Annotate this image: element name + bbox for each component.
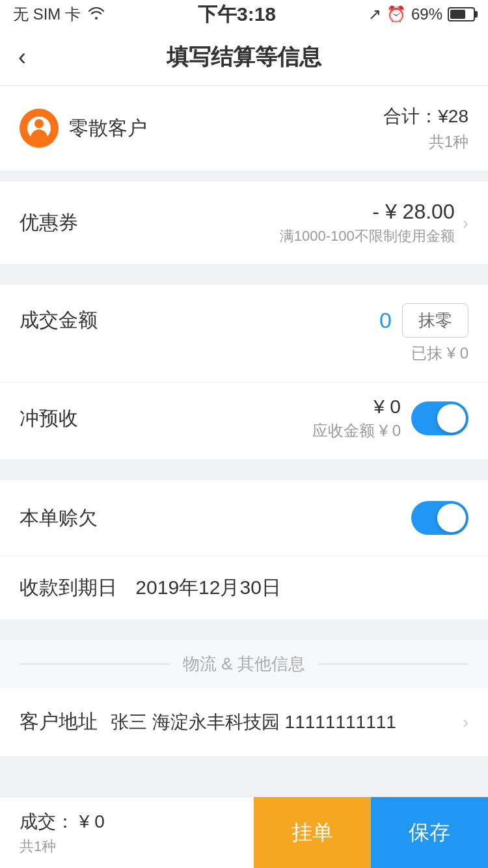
address-row[interactable]: 客户地址 张三 海淀永丰科技园 11111111111 ›	[0, 687, 488, 756]
debt-toggle-knob	[437, 504, 466, 532]
address-label: 客户地址	[20, 709, 98, 735]
save-button[interactable]: 保存	[371, 797, 488, 869]
address-chevron-icon: ›	[463, 712, 468, 733]
bottom-deal: 成交： ¥ 0	[20, 809, 234, 834]
bottom-count: 共1种	[20, 837, 234, 856]
status-bar: 无 SIM 卡 下午3:18 ↗ ⏰ 69%	[0, 0, 488, 29]
nav-bar: ‹ 填写结算等信息	[0, 29, 488, 86]
address-value: 张三 海淀永丰科技园 11111111111	[111, 710, 463, 735]
amount-row: 成交金额 0 抹零 已抹 ¥ 0	[0, 285, 488, 382]
logistics-title: 物流 & 其他信息	[170, 653, 318, 675]
battery-icon	[448, 7, 475, 21]
debt-row: 本单赊欠	[0, 480, 488, 556]
coupon-desc: 满1000-100不限制使用金额	[280, 226, 455, 246]
status-time: 下午3:18	[198, 1, 276, 28]
prepay-toggle[interactable]	[411, 401, 468, 435]
battery-fill	[450, 10, 465, 19]
bottom-summary: 成交： ¥ 0 共1种	[0, 809, 254, 856]
prepay-values: ¥ 0 应收金额 ¥ 0	[312, 396, 401, 441]
avatar-icon	[27, 116, 51, 140]
prepay-label: 冲预收	[20, 405, 78, 432]
customer-left: 零散客户	[20, 109, 147, 148]
back-button[interactable]: ‹	[18, 44, 26, 71]
coupon-section[interactable]: 优惠券 - ¥ 28.00 满1000-100不限制使用金额 ›	[0, 181, 488, 264]
customer-section: 零散客户 合计：¥28 共1种	[0, 86, 488, 170]
coupon-value: - ¥ 28.00 满1000-100不限制使用金额	[280, 200, 455, 246]
prepay-receivable: 应收金额 ¥ 0	[312, 420, 401, 441]
status-left: 无 SIM 卡	[13, 4, 105, 25]
page-title: 填写结算等信息	[167, 42, 321, 72]
transaction-label: 成交金额	[20, 307, 98, 334]
bottom-deal-value: ¥ 0	[79, 811, 105, 832]
bottom-bar: 成交： ¥ 0 共1种 挂单 保存	[0, 796, 488, 868]
transaction-section: 成交金额 0 抹零 已抹 ¥ 0 冲预收 ¥ 0 应收金额 ¥ 0	[0, 285, 488, 459]
coupon-label: 优惠券	[20, 210, 78, 236]
debt-toggle[interactable]	[411, 501, 468, 535]
logistics-header: 物流 & 其他信息	[0, 640, 488, 687]
round-sub: 已抹 ¥ 0	[20, 343, 468, 364]
coupon-right: - ¥ 28.00 满1000-100不限制使用金额 ›	[280, 200, 468, 246]
total-amount: 合计：¥28	[383, 104, 468, 129]
bottom-deal-label: 成交：	[20, 811, 74, 832]
divider-2	[0, 470, 488, 480]
amount-input-area: 0 抹零	[379, 303, 468, 338]
divider-1	[0, 275, 488, 285]
debt-label: 本单赊欠	[20, 505, 98, 532]
coupon-chevron-icon: ›	[463, 213, 468, 234]
logistics-section: 物流 & 其他信息 客户地址 张三 海淀永丰科技园 11111111111 ›	[0, 640, 488, 756]
carrier-label: 无 SIM 卡	[13, 4, 81, 25]
coupon-discount: - ¥ 28.00	[280, 200, 455, 224]
duedate-label: 收款到期日	[20, 576, 117, 598]
transaction-value[interactable]: 0	[379, 308, 392, 333]
location-icon: ↗	[368, 5, 381, 23]
avatar	[20, 109, 59, 148]
total-count: 共1种	[383, 131, 468, 152]
round-button[interactable]: 抹零	[402, 303, 468, 338]
status-right: ↗ ⏰ 69%	[368, 5, 475, 23]
prepay-top: 冲预收 ¥ 0 应收金额 ¥ 0	[20, 396, 468, 441]
prepay-amount: ¥ 0	[312, 396, 401, 418]
duedate-value: 2019年12月30日	[135, 576, 280, 598]
customer-right: 合计：¥28 共1种	[383, 104, 468, 152]
duedate-row: 收款到期日 2019年12月30日	[0, 556, 488, 619]
battery-percent: 69%	[411, 5, 442, 23]
divider-3	[0, 630, 488, 640]
pending-button[interactable]: 挂单	[254, 797, 371, 869]
coupon-row[interactable]: 优惠券 - ¥ 28.00 满1000-100不限制使用金额 ›	[0, 181, 488, 264]
customer-row: 零散客户 合计：¥28 共1种	[0, 86, 488, 170]
prepay-right: ¥ 0 应收金额 ¥ 0	[312, 396, 468, 441]
amount-row-top: 成交金额 0 抹零	[20, 303, 468, 338]
customer-name: 零散客户	[69, 115, 147, 142]
alarm-icon: ⏰	[386, 5, 406, 23]
wifi-icon	[87, 5, 105, 23]
prepay-row: 冲预收 ¥ 0 应收金额 ¥ 0	[0, 382, 488, 459]
prepay-toggle-knob	[437, 404, 466, 433]
debt-section: 本单赊欠 收款到期日 2019年12月30日	[0, 480, 488, 619]
